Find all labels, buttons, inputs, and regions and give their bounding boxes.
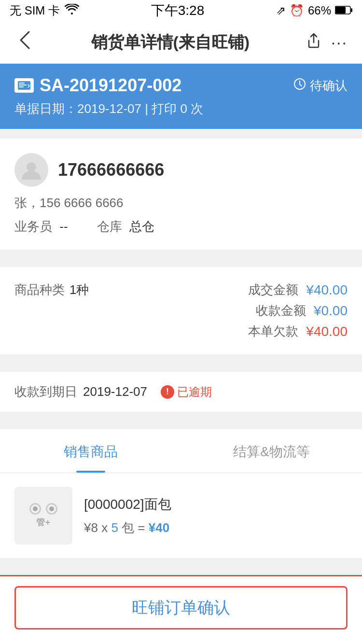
customer-name-phone: 张，156 6666 6666	[14, 195, 348, 211]
due-date-card: 收款到期日 2019-12-07 ! 已逾期	[0, 372, 362, 412]
summary-card: 商品种类 1种 成交金额 ¥40.00 收款金额 ¥0.00 本单欠款 ¥40.…	[0, 267, 362, 354]
received-label: 收款金额	[256, 302, 306, 319]
order-meta: 单据日期：2019-12-07 | 打印 0 次	[14, 100, 348, 117]
status-left: 无 SIM 卡	[10, 3, 79, 18]
battery-text: 66%	[308, 4, 331, 17]
nav-actions: ···	[306, 33, 348, 52]
page-title: 销货单详情(来自旺铺)	[91, 31, 250, 54]
product-unit: 包	[122, 520, 134, 535]
transaction-label: 成交金额	[248, 281, 298, 298]
battery-icon	[335, 4, 352, 17]
svg-rect-6	[19, 86, 24, 87]
alarm-icon: ⏰	[290, 4, 304, 17]
customer-info-row: 业务员 -- 仓库 总仓	[14, 218, 348, 235]
tab-settlement[interactable]: 结算&物流等	[181, 429, 362, 473]
status-text: 待确认	[310, 77, 348, 94]
avatar	[14, 153, 48, 187]
warehouse-info: 仓库 总仓	[97, 218, 154, 235]
warehouse-value: 总仓	[129, 219, 154, 234]
due-date-value: 2019-12-07	[83, 384, 147, 399]
category-value: 1种	[70, 281, 89, 298]
received-amount-row: 收款金额 ¥0.00	[256, 302, 348, 319]
more-icon[interactable]: ···	[331, 33, 348, 52]
wifi-icon	[65, 4, 79, 17]
confirm-button[interactable]: 旺铺订单确认	[14, 586, 348, 630]
product-category: 商品种类 1种	[14, 281, 89, 298]
product-item: 管+ [0000002]面包 ¥8 x 5 包 = ¥40	[0, 473, 362, 559]
share-icon[interactable]	[306, 33, 321, 52]
svg-rect-1	[335, 7, 346, 14]
product-total: ¥40	[149, 520, 169, 535]
location-icon: ⇗	[276, 4, 286, 17]
owed-amount-row: 本单欠款 ¥40.00	[248, 323, 348, 340]
price-equals: =	[138, 520, 148, 535]
order-header-top: SA-20191207-002 待确认	[14, 75, 348, 96]
product-image-owl: 管+	[29, 503, 57, 528]
warehouse-label: 仓库	[97, 219, 122, 234]
svg-rect-2	[351, 8, 352, 12]
product-price-line: ¥8 x 5 包 = ¥40	[84, 519, 348, 536]
order-status: 待确认	[293, 77, 348, 94]
customer-phone: 17666666666	[58, 160, 164, 180]
overdue-badge: ! 已逾期	[161, 384, 212, 400]
owl-eye-right	[46, 503, 57, 515]
owl-eyes	[29, 503, 57, 515]
transaction-amount-row: 成交金额 ¥40.00	[248, 281, 348, 298]
divider-1	[0, 250, 362, 257]
salesperson-value: --	[59, 219, 68, 234]
bottom-action: 旺铺订单确认	[0, 575, 362, 644]
nav-bar: 销货单详情(来自旺铺) ···	[0, 21, 362, 64]
carrier-text: 无 SIM 卡	[10, 3, 60, 18]
category-label: 商品种类	[14, 281, 65, 298]
order-header-card: SA-20191207-002 待确认 单据日期：2019-12-07 | 打印…	[0, 64, 362, 129]
tabs-container: 销售商品 结算&物流等	[0, 429, 362, 473]
product-list: 管+ [0000002]面包 ¥8 x 5 包 = ¥40	[0, 473, 362, 559]
divider-2	[0, 354, 362, 362]
received-value: ¥0.00	[314, 303, 348, 319]
owl-brand-text: 管+	[36, 517, 51, 528]
customer-top: 17666666666	[14, 153, 348, 187]
order-doc-icon	[14, 78, 34, 93]
order-number: SA-20191207-002	[14, 75, 181, 96]
transaction-value: ¥40.00	[306, 282, 348, 298]
owed-value: ¥40.00	[306, 324, 348, 339]
overdue-text: 已逾期	[177, 384, 212, 400]
svg-point-8	[27, 162, 36, 172]
amount-summary: 成交金额 ¥40.00 收款金额 ¥0.00 本单欠款 ¥40.00	[248, 281, 348, 340]
overdue-icon: !	[161, 385, 174, 399]
svg-rect-4	[19, 83, 25, 84]
product-qty: 5	[111, 520, 118, 535]
status-bar: 无 SIM 卡 下午3:28 ⇗ ⏰ 66%	[0, 0, 362, 21]
due-date-label: 收款到期日	[14, 383, 77, 400]
back-button[interactable]	[14, 26, 35, 58]
salesperson-label: 业务员	[14, 219, 52, 234]
salesperson-info: 业务员 --	[14, 218, 68, 235]
clock-icon	[293, 78, 306, 93]
product-image: 管+	[14, 487, 72, 545]
owl-eye-left	[29, 503, 41, 515]
tab-products[interactable]: 销售商品	[0, 429, 181, 473]
product-name: [0000002]面包	[84, 495, 348, 514]
svg-rect-5	[19, 84, 27, 85]
product-info: [0000002]面包 ¥8 x 5 包 = ¥40	[84, 495, 348, 536]
status-right: ⇗ ⏰ 66%	[276, 4, 352, 17]
price-separator: x	[101, 520, 111, 535]
owed-label: 本单欠款	[248, 323, 298, 340]
status-time: 下午3:28	[151, 1, 205, 20]
price-per-unit: ¥8	[84, 520, 98, 535]
divider-3	[0, 412, 362, 420]
customer-card: 17666666666 张，156 6666 6666 业务员 -- 仓库 总仓	[0, 139, 362, 250]
